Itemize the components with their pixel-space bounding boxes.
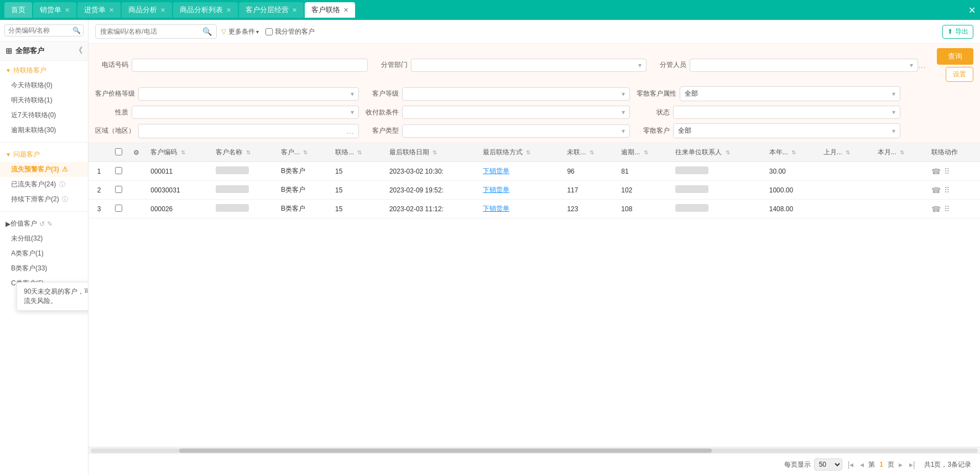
search-button[interactable]: 🔍 xyxy=(202,27,212,36)
cell-last-method[interactable]: 下销货单 xyxy=(477,181,561,200)
settings-icon[interactable]: ⚙ xyxy=(133,149,139,156)
sidebar-item-b-class[interactable]: B类客户(33) xyxy=(0,261,88,276)
col-overdue[interactable]: 逾期... ⇅ xyxy=(616,143,670,162)
sidebar-item-churn-warning[interactable]: 流失预警客户(3) ⚠ xyxy=(0,162,88,177)
filter-zero-attr-select[interactable]: 全部 ▾ xyxy=(680,86,900,101)
cell-settings xyxy=(128,181,145,200)
prev-page-button[interactable]: ◂ xyxy=(858,459,866,470)
sidebar-section-pending-title[interactable]: ▼ 待联络客户 xyxy=(0,63,88,78)
sidebar-item-declining[interactable]: 持续下滑客户(2) ⓘ xyxy=(0,192,88,207)
sidebar: 🔍 ⊞ 全部客户 《 ▼ 待联络客户 今天待联络(0) 明天待联络(1) 近7天… xyxy=(0,20,88,475)
sidebar-search-input[interactable] xyxy=(4,24,84,36)
sidebar-item-churned[interactable]: 已流失客户(24) ⓘ xyxy=(0,177,88,192)
col-last-method[interactable]: 最后联络方式 ⇅ xyxy=(477,143,561,162)
tab-close-customer-contact[interactable]: ✕ xyxy=(343,7,348,14)
col-this-month[interactable]: 本月... ⇅ xyxy=(872,143,926,162)
contact-icon[interactable]: ☎ xyxy=(931,186,941,195)
col-unit-contact[interactable]: 往来单位联系人 ⇅ xyxy=(670,143,764,162)
col-last-month[interactable]: 上月... ⇅ xyxy=(818,143,872,162)
last-page-button[interactable]: ▸| xyxy=(907,459,918,470)
more-action-icon[interactable]: ⠿ xyxy=(944,205,950,213)
horizontal-scrollbar[interactable] xyxy=(88,447,980,453)
tab-customer-contact[interactable]: 客户联络 ✕ xyxy=(305,2,355,18)
filter-phone-input[interactable] xyxy=(132,59,368,72)
more-action-icon[interactable]: ⠿ xyxy=(944,167,950,176)
scroll-thumb[interactable] xyxy=(179,448,711,453)
tab-customer-tier[interactable]: 客户分层经营 ✕ xyxy=(239,2,304,18)
refresh-icon[interactable]: ↺ xyxy=(39,220,45,228)
tab-analysis-list[interactable]: 商品分析列表 ✕ xyxy=(173,2,238,18)
sidebar-item-a-class[interactable]: A类客户(1) xyxy=(0,246,88,261)
tab-bar: 首页 销货单 ✕ 进货单 ✕ 商品分析 ✕ 商品分析列表 ✕ 客户分层经营 ✕ … xyxy=(0,0,980,20)
sidebar-collapse-icon[interactable]: 《 xyxy=(75,46,82,56)
filter-customer-type-select[interactable]: ▾ xyxy=(402,124,629,138)
next-page-button[interactable]: ▸ xyxy=(896,459,905,470)
tab-close-customer-tier[interactable]: ✕ xyxy=(292,7,297,14)
tab-close-purchase[interactable]: ✕ xyxy=(109,7,114,14)
col-contact[interactable]: 联络... ⇅ xyxy=(330,143,384,162)
col-settings[interactable]: ⚙ xyxy=(128,143,145,162)
filter-price-tier-select[interactable]: ▾ xyxy=(138,87,359,101)
edit-icon[interactable]: ✎ xyxy=(47,220,53,228)
last-method-link[interactable]: 下销货单 xyxy=(483,205,509,212)
filter-region-more[interactable]: … xyxy=(346,127,354,135)
last-method-link[interactable]: 下销货单 xyxy=(483,186,509,194)
tab-close-sales[interactable]: ✕ xyxy=(65,7,70,14)
sidebar-item-overdue[interactable]: 逾期未联络(30) xyxy=(0,123,88,138)
my-customers-checkbox[interactable] xyxy=(265,28,273,35)
sidebar-item-ungrouped[interactable]: 未分组(32) xyxy=(0,231,88,246)
filter-status-select[interactable]: ▾ xyxy=(673,106,900,119)
filter-row-2: 客户价格等级 ▾ 客户等级 ▾ 零散客户属性 全部 xyxy=(95,86,973,101)
settings-button[interactable]: 设置 xyxy=(946,67,973,82)
filter-payment-select[interactable]: ▾ xyxy=(402,106,629,119)
col-code[interactable]: 客户编码 ⇅ xyxy=(145,143,210,162)
per-page-select[interactable]: 50 100 200 xyxy=(814,458,842,471)
filter-region-select[interactable]: … xyxy=(138,124,359,138)
tab-close-analysis[interactable]: ✕ xyxy=(160,7,165,14)
last-method-link[interactable]: 下销货单 xyxy=(483,167,509,175)
cell-last-method[interactable]: 下销货单 xyxy=(477,162,561,181)
filter-more-btn[interactable]: … xyxy=(918,61,926,70)
col-this-year[interactable]: 本年... ⇅ xyxy=(764,143,818,162)
search-input[interactable] xyxy=(100,28,202,35)
more-conditions-button[interactable]: ▽ 更多条件 ▾ xyxy=(221,27,259,36)
select-all-checkbox[interactable] xyxy=(115,148,122,155)
col-unlinkd[interactable]: 未联... ⇅ xyxy=(561,143,616,162)
cell-code: 000026 xyxy=(145,200,210,218)
sidebar-all-customers[interactable]: ⊞ 全部客户 《 xyxy=(0,41,88,61)
export-button[interactable]: ⬆ 导出 xyxy=(942,25,973,39)
filter-zero-attr: 零散客户属性 全部 ▾ xyxy=(637,86,900,101)
tab-sales[interactable]: 销货单 ✕ xyxy=(33,2,76,18)
cell-last-method[interactable]: 下销货单 xyxy=(477,200,561,218)
filter-gender-select[interactable]: ▾ xyxy=(132,106,359,119)
filter-manager-select[interactable]: ▾ xyxy=(690,59,918,72)
col-name[interactable]: 客户名称 ⇅ xyxy=(210,143,275,162)
col-type[interactable]: 客户... ⇅ xyxy=(275,143,330,162)
cell-checkbox[interactable] xyxy=(110,181,128,200)
filter-dept-select[interactable]: ▾ xyxy=(411,59,647,72)
query-button[interactable]: 查询 xyxy=(937,48,973,65)
sidebar-item-today[interactable]: 今天待联络(0) xyxy=(0,78,88,93)
filter-customer-tier-select[interactable]: ▾ xyxy=(402,87,629,101)
filter-zero-customer-select[interactable]: 全部 ▾ xyxy=(673,123,900,138)
tab-home[interactable]: 首页 xyxy=(4,2,32,18)
col-last-date[interactable]: 最后联络日期 ⇅ xyxy=(384,143,477,162)
cell-checkbox[interactable] xyxy=(110,162,128,181)
first-page-button[interactable]: |◂ xyxy=(846,459,856,470)
more-action-icon[interactable]: ⠿ xyxy=(944,186,950,195)
sidebar-item-7days[interactable]: 近7天待联络(0) xyxy=(0,108,88,123)
sidebar-item-tomorrow[interactable]: 明天待联络(1) xyxy=(0,93,88,108)
contact-icon[interactable]: ☎ xyxy=(931,167,941,176)
my-customers-checkbox-label[interactable]: 我分管的客户 xyxy=(265,27,315,36)
col-checkbox[interactable] xyxy=(110,143,128,162)
tab-analysis[interactable]: 商品分析 ✕ xyxy=(122,2,172,18)
tab-close-analysis-list[interactable]: ✕ xyxy=(226,7,231,14)
cell-checkbox[interactable] xyxy=(110,200,128,218)
info-icon2: ⓘ xyxy=(62,196,68,202)
sidebar-section-value-title[interactable]: ▶ 价值客户 ↺ ✎ xyxy=(0,216,88,231)
tab-purchase[interactable]: 进货单 ✕ xyxy=(77,2,121,18)
close-window-button[interactable]: ✕ xyxy=(968,5,976,15)
sidebar-section-problem-title[interactable]: ▼ 问题客户 xyxy=(0,147,88,162)
contact-icon[interactable]: ☎ xyxy=(931,205,941,213)
cell-type: B类客户 xyxy=(275,181,330,200)
